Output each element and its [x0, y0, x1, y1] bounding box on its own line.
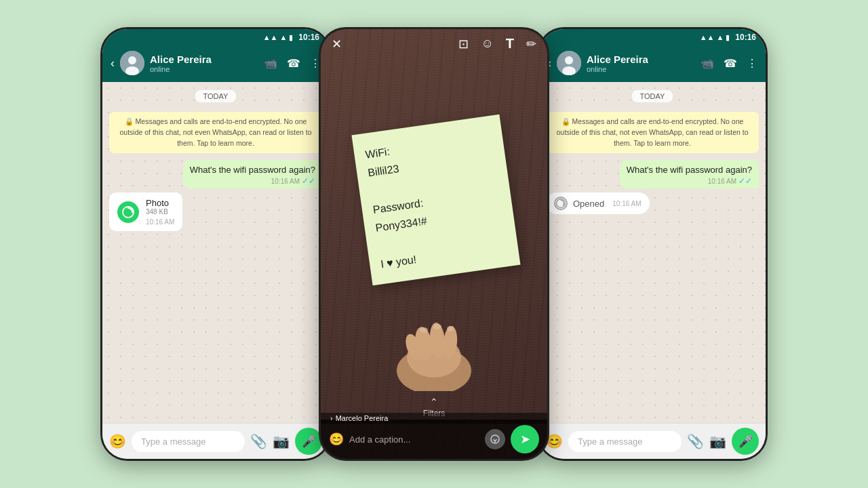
photo-time: 10:16 AM	[146, 218, 174, 226]
right-signal-icon: ▲▲	[700, 33, 715, 41]
right-phone: ▲▲ ▲ ▮ 10:16 ‹ Alice Pereira	[537, 27, 768, 461]
right-status-time: 10:16	[735, 33, 756, 42]
battery-icon: ▮	[289, 33, 293, 42]
left-contact-avatar	[120, 51, 144, 75]
right-contact-name: Alice Pereira	[587, 54, 695, 65]
right-contact-avatar	[557, 51, 581, 75]
right-phone-wrapper: ▲▲ ▲ ▮ 10:16 ‹ Alice Pereira	[537, 27, 768, 461]
right-attach-icon[interactable]: 📎	[687, 433, 704, 449]
voice-toggle-button[interactable]	[485, 429, 505, 449]
hand-svg	[366, 283, 502, 391]
left-contact-info: Alice Pereira online	[150, 54, 258, 73]
photo-loading-icon	[117, 201, 139, 223]
caption-input[interactable]: Add a caption...	[349, 434, 479, 445]
left-sent-time: 10:16 AM ✓✓	[190, 176, 315, 186]
right-encryption-notice[interactable]: 🔒 Messages and calls are end-to-end encr…	[546, 112, 759, 153]
right-phone-screen: ▲▲ ▲ ▮ 10:16 ‹ Alice Pereira	[539, 29, 766, 459]
sticky-line4: Pony334!#	[375, 215, 428, 233]
left-phone-screen: ▲▲ ▲ ▮ 10:16 ‹ Alice Pereira	[102, 29, 329, 459]
editor-tool-icons: ⊡ ☺ T ✏	[458, 36, 536, 52]
signal-icon: ▲▲	[263, 33, 278, 41]
opened-badge: Opened 10:16 AM	[546, 192, 650, 214]
opened-label: Opened	[573, 199, 604, 209]
left-emoji-icon[interactable]: 😊	[109, 433, 126, 449]
sticky-line5: I ♥ you!	[380, 253, 417, 270]
right-status-bar: ▲▲ ▲ ▮ 10:16	[539, 29, 766, 44]
left-encryption-notice[interactable]: 🔒 Messages and calls are end-to-end encr…	[109, 112, 322, 153]
editor-text-icon[interactable]: T	[506, 36, 514, 52]
svg-point-1	[128, 56, 136, 64]
right-contact-info: Alice Pereira online	[587, 54, 695, 73]
sticky-note-area: WiFi: Billil23 Password: Pony334!# I ♥ y…	[361, 124, 534, 276]
send-button[interactable]: ➤	[511, 425, 539, 453]
editor-emoji-icon[interactable]: ☺	[481, 37, 493, 51]
right-contact-status: online	[587, 65, 695, 73]
editor-bottombar: 😊 Add a caption... ➤	[321, 420, 547, 459]
caption-emoji-icon[interactable]: 😊	[329, 432, 344, 447]
left-phone-wrapper: ▲▲ ▲ ▮ 10:16 ‹ Alice Pereira	[100, 27, 331, 461]
sticky-line1: WiFi:	[365, 146, 391, 161]
left-phone: ▲▲ ▲ ▮ 10:16 ‹ Alice Pereira	[100, 27, 331, 461]
right-status-icons: ▲▲ ▲ ▮	[700, 33, 730, 42]
hand-area	[321, 283, 547, 391]
right-wifi-icon: ▲	[716, 33, 724, 41]
right-chat-header: ‹ Alice Pereira online 📹 ☎ ⋮	[539, 44, 766, 82]
right-phone-call-icon[interactable]: ☎	[724, 57, 737, 70]
left-mic-button[interactable]: 🎤	[295, 428, 322, 455]
editor-crop-icon[interactable]: ⊡	[458, 37, 469, 52]
photo-label: Photo	[146, 198, 174, 208]
right-video-call-icon[interactable]: 📹	[701, 57, 714, 70]
svg-point-10	[420, 327, 428, 333]
opened-time: 10:16 AM	[612, 200, 641, 207]
right-sent-time: 10:16 AM ✓✓	[627, 176, 752, 186]
left-video-call-icon[interactable]: 📹	[264, 57, 277, 70]
right-camera-icon[interactable]: 📷	[709, 433, 726, 449]
left-sent-text: What's the wifi password again?	[190, 165, 315, 175]
sticky-line3: Password:	[372, 197, 424, 215]
recipient-chevron: ›	[330, 414, 333, 422]
right-message-input[interactable]: Type a message	[568, 431, 682, 452]
right-more-icon[interactable]: ⋮	[747, 57, 757, 70]
right-mic-button[interactable]: 🎤	[732, 428, 759, 455]
right-sent-message: What's the wifi password again? 10:16 AM…	[620, 160, 759, 188]
svg-point-12	[447, 326, 454, 331]
left-chat-bottom: 😊 Type a message 📎 📷 🎤	[102, 423, 329, 459]
sticky-note: WiFi: Billil23 Password: Pony334!# I ♥ y…	[351, 115, 520, 286]
left-sent-message: What's the wifi password again? 10:16 AM…	[183, 160, 322, 188]
left-message-input[interactable]: Type a message	[132, 431, 245, 452]
wifi-icon: ▲	[279, 33, 287, 41]
left-status-time: 10:16	[298, 33, 319, 42]
left-camera-icon[interactable]: 📷	[273, 433, 290, 449]
middle-phone: ✕ ⊡ ☺ T ✏ WiFi: Billil23 Password: Pony3…	[319, 27, 549, 461]
left-photo-bubble[interactable]: Photo 348 KB 10:16 AM	[109, 192, 182, 231]
left-status-icons: ▲▲ ▲ ▮	[263, 33, 294, 42]
right-double-tick-icon: ✓✓	[738, 176, 752, 186]
left-attach-icon[interactable]: 📎	[250, 433, 267, 449]
right-header-icons: 📹 ☎ ⋮	[701, 57, 757, 70]
left-phone-call-icon[interactable]: ☎	[287, 57, 300, 70]
photo-size: 348 KB	[146, 208, 174, 216]
filters-chevron-icon: ⌃	[321, 396, 547, 407]
photo-bubble-info: Photo 348 KB 10:16 AM	[146, 198, 174, 226]
left-back-button[interactable]: ‹	[111, 56, 115, 70]
sticky-line2: Billil23	[367, 163, 399, 178]
left-contact-name: Alice Pereira	[150, 54, 258, 65]
left-header-icons: 📹 ☎ ⋮	[264, 57, 321, 70]
left-double-tick-icon: ✓✓	[302, 176, 315, 186]
right-chat-bottom: 😊 Type a message 📎 📷 🎤	[539, 423, 766, 459]
editor-close-icon[interactable]: ✕	[332, 37, 342, 52]
right-sent-text: What's the wifi password again?	[627, 165, 752, 175]
left-contact-status: online	[150, 65, 258, 73]
right-date-badge: TODAY	[632, 90, 673, 102]
left-date-badge: TODAY	[195, 90, 237, 102]
left-status-bar: ▲▲ ▲ ▮ 10:16	[102, 29, 329, 44]
left-chat-header: ‹ Alice Pereira online 📹 ☎ ⋮	[102, 44, 329, 82]
editor-draw-icon[interactable]: ✏	[526, 37, 536, 52]
recipient-bar[interactable]: › Marcelo Pereira	[321, 413, 547, 424]
left-chat-body: TODAY 🔒 Messages and calls are end-to-en…	[102, 82, 329, 423]
editor-topbar: ✕ ⊡ ☺ T ✏	[321, 29, 547, 56]
right-chat-body: TODAY 🔒 Messages and calls are end-to-en…	[539, 82, 766, 423]
recipient-name: Marcelo Pereira	[336, 414, 389, 422]
right-battery-icon: ▮	[726, 33, 730, 42]
photo-editor-screen: ✕ ⊡ ☺ T ✏ WiFi: Billil23 Password: Pony3…	[321, 29, 547, 459]
